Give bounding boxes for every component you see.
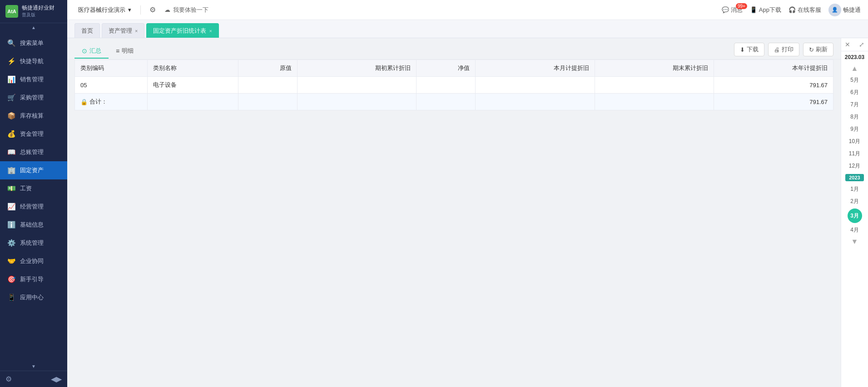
col-header-net: 净值: [417, 60, 476, 77]
month-nav-down[interactable]: ▼: [841, 236, 868, 247]
sidebar-item-finance[interactable]: 💰 资金管理: [0, 125, 67, 143]
sidebar-item-label: 工资: [20, 184, 32, 193]
total-period-end-dep: [595, 94, 714, 110]
headset-icon: 🎧: [789, 6, 796, 13]
user-menu[interactable]: 👤 畅捷通: [828, 4, 861, 16]
year-marker-2023: 2023: [845, 174, 863, 181]
total-annual-dep: 791.67: [714, 94, 833, 110]
month-6[interactable]: 6月: [841, 86, 868, 99]
month-nav-up[interactable]: ▲: [841, 63, 868, 74]
cell-initial-dep: [297, 77, 417, 94]
sidebar-item-ledger[interactable]: 📖 总账管理: [0, 143, 67, 161]
tab-home-label: 首页: [81, 27, 93, 35]
tab-home[interactable]: 首页: [74, 23, 100, 38]
right-panel-close-icon[interactable]: ✕: [845, 41, 850, 48]
sidebar-item-sales[interactable]: 📊 销售管理: [0, 70, 67, 89]
sidebar-item-payroll[interactable]: 💵 工资: [0, 179, 67, 198]
tab-depreciation-report[interactable]: 固定资产折旧统计表 ×: [146, 23, 218, 38]
month-11[interactable]: 11月: [841, 148, 868, 160]
enterprise-icon: 🤝: [7, 257, 15, 265]
trial-button[interactable]: ☁ 我要体验一下: [164, 6, 208, 14]
sidebar-scroll-up[interactable]: ▲: [0, 23, 67, 32]
right-panel-expand-icon[interactable]: ⤢: [859, 41, 864, 48]
avatar: 👤: [828, 4, 841, 16]
sidebar-item-fixed-assets[interactable]: 🏢 固定资产: [0, 161, 67, 179]
month-2[interactable]: 2月: [841, 195, 868, 208]
sidebar-item-label: 新手引导: [20, 275, 44, 283]
messages-button[interactable]: 💬 消息 99: [722, 6, 743, 14]
sub-tab-detail[interactable]: ≡ 明细: [109, 44, 141, 59]
month-1[interactable]: 1月: [841, 183, 868, 195]
basic-info-icon: ℹ️: [7, 221, 15, 229]
online-support-button[interactable]: 🎧 在线客服: [789, 6, 821, 14]
sub-tab-detail-label: 明细: [122, 47, 134, 55]
total-name: [148, 94, 238, 110]
sidebar-item-label: 固定资产: [20, 166, 44, 174]
refresh-button[interactable]: ↻ 刷新: [803, 43, 833, 56]
main-area: 医疗器械行业演示 ▾ ⚙ ☁ 我要体验一下 💬 消息 99 📱 App下载 🎧 …: [67, 0, 868, 387]
sidebar-item-app-center[interactable]: 📱 应用中心: [0, 288, 67, 307]
payroll-icon: 💵: [7, 184, 15, 193]
sidebar-item-purchase[interactable]: 🛒 采购管理: [0, 89, 67, 107]
sidebar-item-label: 快捷导航: [20, 57, 44, 65]
sidebar-item-label: 搜索菜单: [20, 39, 44, 47]
download-button[interactable]: ⬇ 下载: [734, 43, 764, 56]
sidebar-item-operations[interactable]: 📈 经营管理: [0, 198, 67, 216]
sidebar-logo: AtA 畅捷通好业财 普及版: [0, 0, 67, 23]
month-10[interactable]: 10月: [841, 135, 868, 148]
topbar-divider: [140, 5, 141, 15]
sidebar-item-quick-nav[interactable]: ⚡ 快捷导航: [0, 52, 67, 70]
tab-asset-manage-close[interactable]: ×: [135, 28, 138, 34]
sidebar-scroll-down[interactable]: ▼: [0, 362, 67, 371]
summary-icon: ⊙: [82, 47, 87, 55]
tab-depreciation-report-label: 固定资产折旧统计表: [153, 27, 206, 35]
trial-icon: ☁: [164, 6, 170, 13]
month-4[interactable]: 4月: [841, 224, 868, 236]
right-panel-header: ✕ ⤢: [841, 38, 868, 51]
month-12[interactable]: 12月: [841, 160, 868, 172]
settings-icon[interactable]: ⚙: [5, 375, 12, 383]
tab-asset-manage-label: 资产管理: [109, 27, 132, 35]
print-button[interactable]: 🖨 打印: [768, 43, 799, 56]
total-text: 合计：: [89, 98, 107, 106]
sidebar-item-label: 库存核算: [20, 112, 44, 120]
tab-depreciation-report-close[interactable]: ×: [209, 28, 212, 34]
sidebar-item-guide[interactable]: 🎯 新手引导: [0, 270, 67, 288]
month-8[interactable]: 8月: [841, 111, 868, 123]
total-initial-dep: [297, 94, 417, 110]
fixed-assets-icon: 🏢: [7, 166, 15, 174]
sidebar-item-enterprise[interactable]: 🤝 企业协同: [0, 252, 67, 270]
sub-tab-summary[interactable]: ⊙ 汇总: [74, 44, 109, 59]
refresh-label: 刷新: [816, 45, 828, 54]
sidebar-item-search[interactable]: 🔍 搜索菜单: [0, 34, 67, 52]
cell-name: 电子设备: [148, 77, 238, 94]
sidebar: AtA 畅捷通好业财 普及版 ▲ 🔍 搜索菜单 ⚡ 快捷导航 📊 销售管理 🛒 …: [0, 0, 67, 387]
app-download-button[interactable]: 📱 App下载: [750, 6, 781, 14]
system-icon: ⚙️: [7, 239, 15, 247]
sidebar-item-inventory[interactable]: 📦 库存核算: [0, 107, 67, 125]
sidebar-item-label: 资金管理: [20, 130, 44, 138]
month-3-active[interactable]: 3月: [848, 208, 862, 223]
right-panel-year-label: 2023.03: [841, 51, 868, 63]
refresh-icon: ↻: [809, 46, 814, 53]
company-selector[interactable]: 医疗器械行业演示 ▾: [74, 4, 135, 16]
sidebar-item-system[interactable]: ⚙️ 系统管理: [0, 234, 67, 252]
sidebar-bottom: ⚙ ◀▶: [0, 371, 67, 387]
month-9[interactable]: 9月: [841, 123, 868, 135]
tab-asset-manage[interactable]: 资产管理 ×: [102, 23, 144, 38]
col-header-original: 原值: [238, 60, 298, 77]
month-5[interactable]: 5月: [841, 74, 868, 86]
topbar-settings-button[interactable]: ⚙: [146, 4, 159, 16]
sidebar-item-basic-info[interactable]: ℹ️ 基础信息: [0, 216, 67, 234]
total-monthly-dep: [476, 94, 595, 110]
col-header-annual-dep: 本年计提折旧: [714, 60, 833, 77]
depreciation-table: 类别编码 类别名称 原值 期初累计折旧 净值 本月计提折旧 期末累计折旧 本年计…: [74, 60, 833, 110]
inventory-icon: 📦: [7, 112, 15, 120]
detail-icon: ≡: [116, 47, 119, 55]
collapse-icon[interactable]: ◀▶: [51, 375, 62, 383]
table-row: 05 电子设备 791.67: [75, 77, 833, 94]
month-list: ▲ 5月 6月 7月 8月 9月 10月 11月 12月 2023 1月 2月 …: [841, 63, 868, 387]
month-7[interactable]: 7月: [841, 99, 868, 111]
total-original: [238, 94, 298, 110]
cell-code: 05: [75, 77, 148, 94]
